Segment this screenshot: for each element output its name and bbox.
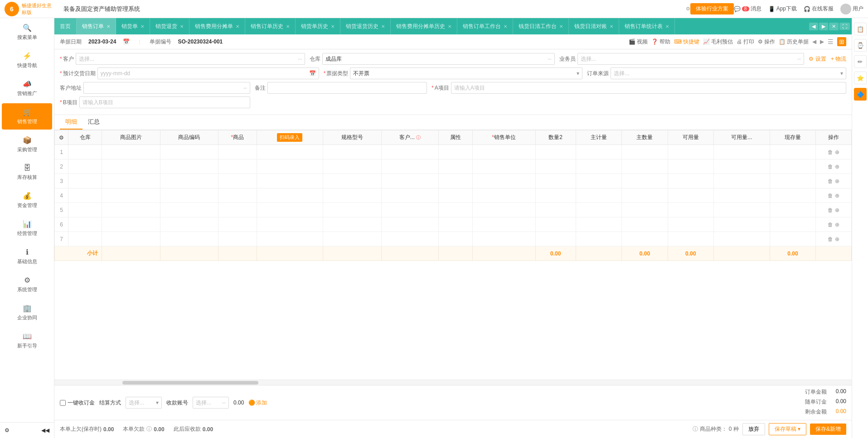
sidebar-item-purchase[interactable]: 📦 采购管理 <box>2 131 52 158</box>
cell-spec-4[interactable] <box>323 188 381 203</box>
cell-main-qty-3[interactable] <box>622 174 668 188</box>
cell-spec-6[interactable] <box>323 217 381 232</box>
cell-product-1[interactable] <box>218 145 257 159</box>
sidebar-item-finance[interactable]: 💰 资金管理 <box>2 187 52 213</box>
tab-daily-workbench[interactable]: 钱货日清工作台 ✕ <box>513 18 569 34</box>
right-icon-notes[interactable]: 📋 <box>854 23 867 35</box>
cell-stock-1[interactable] <box>770 145 815 159</box>
customer-ellipsis[interactable]: ··· <box>298 57 301 62</box>
delete-icon-5[interactable]: 🗑 <box>828 207 833 213</box>
sidebar-item-enterprise[interactable]: 🏢 企业协同 <box>2 299 52 326</box>
tab-close-sales-order[interactable]: ✕ <box>107 24 110 29</box>
cell-stock-7[interactable] <box>770 232 815 246</box>
cell-unit-3[interactable] <box>472 174 535 188</box>
scroll-thumb[interactable] <box>122 381 258 385</box>
tab-close-sales-return[interactable]: ✕ <box>180 24 184 29</box>
tab-home[interactable]: 首页 <box>54 18 77 34</box>
tab-sales-order[interactable]: 销售订单 ✕ <box>77 18 116 34</box>
copy-icon-1[interactable]: ⊕ <box>835 149 839 155</box>
copy-icon-4[interactable]: ⊕ <box>835 193 839 199</box>
delete-icon-1[interactable]: 🗑 <box>828 149 833 155</box>
delete-icon-6[interactable]: 🗑 <box>828 221 833 228</box>
cell-product-6[interactable] <box>218 217 257 232</box>
cell-stock-3[interactable] <box>770 174 815 188</box>
cell-code-3[interactable] <box>160 174 218 188</box>
right-icon-edit[interactable]: ✏ <box>854 55 867 68</box>
salesperson-input[interactable]: 选择... ··· <box>577 53 805 65</box>
cell-qty2-1[interactable] <box>535 145 576 159</box>
save-new-btn[interactable]: 保存&新增 <box>810 424 846 435</box>
cell-customer-code-5[interactable] <box>381 203 439 217</box>
cell-product-2[interactable] <box>218 159 257 174</box>
tab-next-btn[interactable]: ▶ <box>819 23 828 30</box>
col-settings[interactable]: ⚙ <box>55 130 68 145</box>
nav-next-icon[interactable]: ▶ <box>820 39 824 45</box>
cell-product-7[interactable] <box>218 232 257 246</box>
sidebar-item-sales[interactable]: 🛒 销售管理 <box>2 103 52 130</box>
cell-customer-code-2[interactable] <box>381 159 439 174</box>
right-icon-clock[interactable]: ⌚ <box>854 39 867 52</box>
tab-sales-goods[interactable]: 销货单 ✕ <box>116 18 150 34</box>
tab-close-daily-reconcile[interactable]: ✕ <box>610 24 613 29</box>
cell-available-5[interactable] <box>668 203 713 217</box>
warehouse-input[interactable]: 成品库 ··· <box>322 53 555 65</box>
cell-product-3[interactable] <box>218 174 257 188</box>
cell-attribute-5[interactable] <box>439 203 472 217</box>
tab-stats[interactable]: 销售订单统计表 ✕ <box>619 18 675 34</box>
cell-qty2-4[interactable] <box>535 188 576 203</box>
cell-main-unit-6[interactable] <box>576 217 621 232</box>
shortcut-action[interactable]: ⌨ 快捷键 <box>674 38 699 46</box>
sidebar-item-guide[interactable]: 📖 新手引导 <box>2 327 52 354</box>
right-icon-diamond[interactable]: 🔷 <box>854 88 867 101</box>
copy-icon-5[interactable]: ⊕ <box>835 207 839 213</box>
add-item-icon[interactable]: + 物流 <box>831 55 846 63</box>
customer-address-input[interactable]: ··· <box>83 82 250 94</box>
history-action[interactable]: 📋 历史单据 <box>779 38 809 46</box>
cell-code-5[interactable] <box>160 203 218 217</box>
cell-attribute-1[interactable] <box>439 145 472 159</box>
right-icon-star[interactable]: ⭐ <box>854 72 867 84</box>
settings-right-icon[interactable]: ⚙ 设置 <box>809 55 826 63</box>
cell-warehouse-5[interactable] <box>68 203 102 217</box>
add-link[interactable]: 🟠 添加 <box>248 399 267 407</box>
cell-available-1[interactable] <box>668 145 713 159</box>
message-icon-item[interactable]: 💬 8 消息 <box>734 5 761 13</box>
cell-attribute-6[interactable] <box>439 217 472 232</box>
cell-code-2[interactable] <box>160 159 218 174</box>
settings-icon[interactable]: ⚙ <box>686 6 690 12</box>
tab-close-sales-order-history[interactable]: ✕ <box>286 24 290 29</box>
cell-available-6[interactable] <box>668 217 713 232</box>
tab-sales-expense[interactable]: 销售费用分摊单 ✕ <box>189 18 245 34</box>
cell-qty2-6[interactable] <box>535 217 576 232</box>
cell-available2-5[interactable] <box>713 203 770 217</box>
cell-main-unit-3[interactable] <box>576 174 621 188</box>
cell-warehouse-6[interactable] <box>68 217 102 232</box>
account-ellipsis[interactable]: ··· <box>222 400 226 405</box>
a-project-input[interactable]: 请输入A项目 <box>451 82 846 94</box>
cell-qty2-2[interactable] <box>535 159 576 174</box>
cell-spec-2[interactable] <box>323 159 381 174</box>
cell-warehouse-4[interactable] <box>68 188 102 203</box>
cell-attribute-4[interactable] <box>439 188 472 203</box>
cell-available2-6[interactable] <box>713 217 770 232</box>
cell-unit-4[interactable] <box>472 188 535 203</box>
invoice-type-select[interactable]: 不开票 ▾ <box>350 67 582 79</box>
tab-menu-btn[interactable]: ✕ <box>829 23 839 30</box>
user-item[interactable]: 用户 <box>840 4 863 14</box>
cell-qty2-7[interactable] <box>535 232 576 246</box>
tab-daily-reconcile[interactable]: 钱货日清对账 ✕ <box>569 18 619 34</box>
scan-btn[interactable]: 扫码录入 <box>277 133 302 142</box>
cell-product-5[interactable] <box>218 203 257 217</box>
discard-btn[interactable]: 放弃 <box>742 423 765 435</box>
cell-warehouse-7[interactable] <box>68 232 102 246</box>
cell-unit-5[interactable] <box>472 203 535 217</box>
cell-main-qty-6[interactable] <box>622 217 668 232</box>
customer-input[interactable]: 选择... ··· <box>76 53 305 65</box>
tab-close-sales-expense[interactable]: ✕ <box>236 24 239 29</box>
cell-unit-1[interactable] <box>472 145 535 159</box>
tab-close-goods-history[interactable]: ✕ <box>331 24 335 29</box>
cell-available-3[interactable] <box>668 174 713 188</box>
cell-qty2-3[interactable] <box>535 174 576 188</box>
cell-warehouse-2[interactable] <box>68 159 102 174</box>
tab-sales-order-history[interactable]: 销售订单历史 ✕ <box>245 18 296 34</box>
